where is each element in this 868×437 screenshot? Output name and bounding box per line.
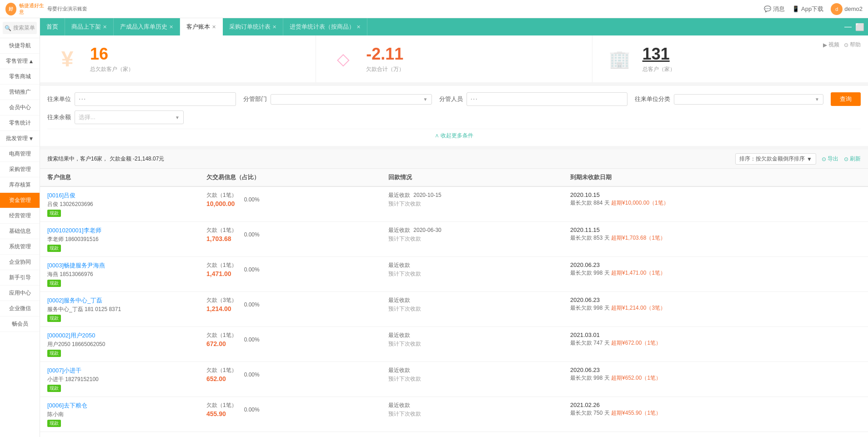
filter-category-label: 往来单位分类 [635, 95, 670, 103]
sidebar-item-lingshougly[interactable]: 零售管理 ▲ [0, 54, 40, 69]
customer-name-2[interactable]: [0001020001]李老师 [47, 227, 101, 234]
filter-dept-label: 分管部门 [243, 95, 267, 103]
sidebar-search[interactable]: 🔍 搜索菜单 [0, 18, 40, 38]
app-download-label: App下载 [801, 5, 823, 13]
stat-top-right: ▶ 视频 ⊙ 帮助 [823, 41, 861, 49]
customer-tag-7: 现款 [47, 420, 61, 427]
message-btn[interactable]: 💬 消息 [764, 5, 785, 13]
sidebar-item-pifaguanli[interactable]: 批发管理 ▼ [0, 131, 40, 146]
sidebar-item-diangshang[interactable]: 电商管理 [0, 146, 40, 162]
filter-balance-input[interactable]: 选择... ▼ [75, 111, 184, 124]
sidebar-item-xinshouyindao[interactable]: 新手引导 [0, 270, 40, 286]
filter-unit-label: 往来单位 [47, 95, 71, 103]
customer-name-7[interactable]: [0006]去下粮仓 [47, 402, 87, 409]
debt-count-1: 欠款（1笔） [206, 191, 237, 199]
sort-select[interactable]: 排序：按欠款金额倒序排序 ▼ [735, 153, 816, 165]
logo-icon: 好 [5, 3, 16, 15]
filter-person-input[interactable]: ··· [467, 92, 628, 106]
app-download-btn[interactable]: 📱 App下载 [792, 5, 823, 13]
sidebar-item-jingying[interactable]: 经营管理 [0, 208, 40, 224]
results-text: 搜索结果中，客户16家， 欠款金额 -21,148.07元 [47, 156, 164, 162]
debt-percent-6: 0.00% [244, 372, 260, 378]
sidebar-item-lingshougshangcheng[interactable]: 零售商城 [0, 69, 40, 85]
sidebar-item-changhuyuan[interactable]: 畅会员 [0, 316, 40, 332]
tab-customer-account[interactable]: 客户账本 ✕ [180, 18, 223, 35]
filter-dept-input[interactable]: ▼ [271, 94, 432, 105]
video-label: 视频 [828, 41, 839, 49]
customer-phone-7: 陈小南 [47, 411, 206, 418]
filter-item-balance: 往来余额 选择... ▼ [47, 111, 184, 124]
customer-name-3[interactable]: [0003]畅捷服务尹海燕 [47, 262, 105, 269]
overdue-link-2[interactable]: 超期¥1,703.68（1笔） [611, 235, 666, 241]
sidebar-item-huiyuan[interactable]: 会员中心 [0, 100, 40, 116]
recovery-last-4: 最近收款 [388, 296, 570, 304]
help-btn[interactable]: ⊙ 帮助 [844, 41, 861, 49]
debt-info-row-5: 欠款（1笔） 672.00 0.00% [206, 332, 388, 347]
sidebar-item-caigou[interactable]: 采购管理 [0, 162, 40, 177]
sidebar-item-yinyongzhongxin[interactable]: 应用中心 [0, 286, 40, 301]
stat-card-total-customers: ▶ 视频 ⊙ 帮助 🏢 131 [592, 35, 868, 82]
filter-collapse-btn[interactable]: ∧ 收起更多条件 [47, 129, 861, 142]
stat-card-debt-customers: ¥ 16 总欠款客户（家） [40, 35, 316, 82]
customer-name-6[interactable]: [0007]小进干 [47, 367, 81, 374]
logo-text: 畅捷通好生意 [19, 3, 45, 15]
debt-info-row-3: 欠款（1笔） 1,471.00 0.00% [206, 261, 388, 277]
debt-percent-3: 0.00% [244, 266, 260, 273]
tab-customer-account-close[interactable]: ✕ [212, 24, 216, 30]
filter-unit-input[interactable]: ··· [75, 92, 236, 106]
overdue-link-5[interactable]: 超期¥672.00（1笔） [611, 340, 661, 346]
tab-product-history-close[interactable]: ✕ [169, 24, 173, 30]
tab-maximize-btn[interactable]: ⬜ [855, 23, 864, 31]
filter-item-unit: 往来单位 ··· [47, 92, 236, 106]
sort-label: 排序：按欠款金额倒序排序 [739, 155, 805, 163]
debt-info-3: 欠款（1笔） 1,471.00 0.00% [206, 261, 388, 277]
sidebar-item-lingshoutj[interactable]: 零售统计 [0, 116, 40, 131]
due-date-6: 2020.06.23 最长欠款 998 天 超期¥652.00（1笔） [570, 367, 861, 382]
tab-inbound-stats-close[interactable]: ✕ [356, 24, 361, 30]
overdue-max-6: 最长欠款 998 天 超期¥652.00（1笔） [570, 374, 861, 382]
overdue-link-3[interactable]: 超期¥1,471.00（1笔） [611, 270, 666, 276]
recovery-2: 最近收款 2020-06-30 预计下次收款 [388, 226, 570, 243]
tab-purchase-order-close[interactable]: ✕ [272, 24, 276, 30]
overdue-link-6[interactable]: 超期¥652.00（1笔） [611, 375, 661, 381]
overdue-link-4[interactable]: 超期¥1,214.00（3笔） [611, 305, 666, 311]
tab-home[interactable]: 首页 [40, 18, 65, 35]
export-icon: ⊙ [822, 156, 826, 162]
sidebar-item-kuaijie[interactable]: 快捷导航 [0, 38, 40, 54]
user-area[interactable]: d demo2 [831, 3, 863, 15]
debt-info-row-7: 欠款（1笔） 455.90 0.00% [206, 402, 388, 417]
tab-product-shelf-close[interactable]: ✕ [103, 24, 107, 30]
tab-inbound-stats[interactable]: 进货单统计表（按商品） ✕ [283, 18, 367, 35]
customer-name-4[interactable]: [0002]服务中心_丁磊 [47, 297, 102, 304]
sidebar-item-qiyexietong[interactable]: 企业协同 [0, 255, 40, 270]
overdue-link-7[interactable]: 超期¥455.90（1笔） [611, 410, 661, 416]
tab-minimize-btn[interactable]: — [844, 23, 852, 31]
sidebar-item-jichuxinxi[interactable]: 基础信息 [0, 224, 40, 239]
export-btn[interactable]: ⊙ 导出 [822, 155, 838, 163]
main-container: 🔍 搜索菜单 快捷导航 零售管理 ▲ 零售商城 营销推广 会员中心 零售统计 批… [0, 18, 868, 437]
tab-product-shelf[interactable]: 商品上下架 ✕ [65, 18, 114, 35]
sidebar-item-xitongguanli[interactable]: 系统管理 [0, 239, 40, 255]
query-button[interactable]: 查询 [831, 92, 861, 106]
customer-info-1: [0016]吕俊 吕俊 13026203696 现款 [47, 191, 206, 217]
overdue-link-1[interactable]: 超期¥10,000.00（1笔） [611, 200, 669, 206]
overdue-date-val-1: 2020.10.15 [570, 191, 861, 198]
due-date-2: 2020.11.15 最长欠款 853 天 超期¥1,703.68（1笔） [570, 226, 861, 242]
customer-name-1[interactable]: [0016]吕俊 [47, 192, 75, 199]
tab-product-history[interactable]: 产成品入库单历史 ✕ [114, 18, 180, 35]
search-menu-btn[interactable]: 🔍 搜索菜单 [3, 22, 37, 34]
sidebar-item-qiyeweixin[interactable]: 企业微信 [0, 301, 40, 316]
sidebar-item-kucunhecuan[interactable]: 库存核算 [0, 177, 40, 193]
stat-value-area-2: -2.11 欠款合计（万） [366, 45, 404, 73]
sidebar-item-yingxiao[interactable]: 营销推广 [0, 85, 40, 100]
sidebar-item-zijin[interactable]: 资金管理 [0, 193, 40, 208]
video-btn[interactable]: ▶ 视频 [823, 41, 839, 49]
filter-item-dept: 分管部门 ▼ [243, 94, 432, 105]
table-row: [0006]去下粮仓 陈小南 现款 欠款（1笔） 455.90 0.00% [40, 397, 868, 432]
tab-purchase-order[interactable]: 采购订单统计表 ✕ [223, 18, 283, 35]
customer-name-5[interactable]: [000002]用户2050 [47, 332, 95, 339]
customer-phone-3: 海燕 18513066976 [47, 271, 206, 278]
filter-category-input[interactable]: ▼ [674, 94, 823, 105]
stat-value-area-1: 16 总欠款客户（家） [90, 45, 134, 73]
refresh-btn[interactable]: ⊙ 刷新 [844, 155, 861, 163]
